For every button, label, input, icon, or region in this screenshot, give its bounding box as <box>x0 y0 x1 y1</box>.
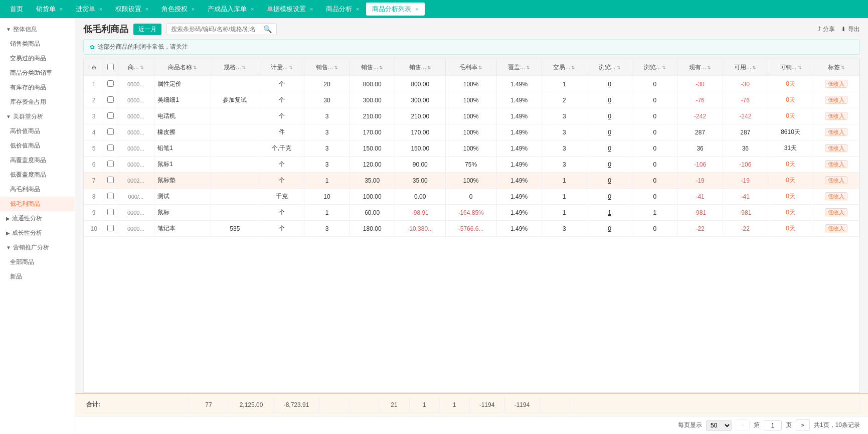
sidebar-item-all-goods[interactable]: 全部商品 <box>0 255 75 269</box>
prev-page-button[interactable]: ＜ <box>736 419 750 431</box>
row-select-0[interactable] <box>107 80 114 87</box>
nav-home[interactable]: 首页 <box>4 3 29 16</box>
col-sales-amount[interactable]: 销售...⇅ <box>395 59 445 76</box>
col-available[interactable]: 可用...⇅ <box>723 59 768 76</box>
col-settings[interactable]: ⚙ <box>84 59 104 76</box>
row-view1-1[interactable]: 0 <box>587 92 632 108</box>
col-coverage[interactable]: 覆盖...⇅ <box>496 59 542 76</box>
sidebar-group-flow[interactable]: ▶ 流通性分析 <box>0 211 75 226</box>
row-checkbox-1[interactable] <box>104 92 117 108</box>
row-select-5[interactable] <box>107 161 114 167</box>
col-trade[interactable]: 交易...⇅ <box>542 59 587 76</box>
row-select-6[interactable] <box>107 177 114 183</box>
col-checkbox-all[interactable] <box>104 59 117 76</box>
nav-products-close[interactable]: × <box>251 6 254 12</box>
row-current-stock-7: -41 <box>677 189 723 205</box>
nav-analysis-list-close[interactable]: × <box>415 6 418 12</box>
sidebar-item-traded-goods[interactable]: 交易过的商品 <box>0 51 75 66</box>
sidebar-item-sales-goods[interactable]: 销售类商品 <box>0 37 75 51</box>
col-gross-margin[interactable]: 毛利率⇅ <box>445 59 496 76</box>
row-view1-8[interactable]: 1 <box>587 205 632 221</box>
nav-permissions[interactable]: 权限设置 × <box>109 3 154 16</box>
nav-sales-close[interactable]: × <box>60 6 63 12</box>
row-checkbox-4[interactable] <box>104 140 117 157</box>
sidebar-item-new-goods[interactable]: 新品 <box>0 269 75 284</box>
page-number-input[interactable] <box>764 420 782 430</box>
nav-analysis-close[interactable]: × <box>356 6 359 12</box>
row-select-7[interactable] <box>107 193 114 199</box>
col-current-stock[interactable]: 现有...⇅ <box>677 59 723 76</box>
col-sellable[interactable]: 可销...⇅ <box>768 59 813 76</box>
row-gross-margin-9: -5766.6... <box>445 221 496 237</box>
row-select-2[interactable] <box>107 112 114 119</box>
col-view1[interactable]: 浏览...⇅ <box>587 59 632 76</box>
sidebar-item-category-rate[interactable]: 商品分类助销率 <box>0 66 75 80</box>
nav-analysis[interactable]: 商品分析 × <box>320 3 365 16</box>
nav-templates-close[interactable]: × <box>310 6 313 12</box>
nav-purchase-close[interactable]: × <box>99 6 102 12</box>
sidebar-item-in-stock[interactable]: 有库存的商品 <box>0 80 75 95</box>
row-unit-0: 个 <box>259 76 304 92</box>
sidebar-group-marketing[interactable]: ▼ 营销推广分析 <box>0 240 75 255</box>
search-icon[interactable]: 🔍 <box>263 25 272 33</box>
row-view1-5[interactable]: 0 <box>587 157 632 173</box>
nav-products[interactable]: 产成品入库单 × <box>202 3 260 16</box>
search-input[interactable] <box>171 26 261 33</box>
row-checkbox-5[interactable] <box>104 157 117 173</box>
row-view1-3[interactable]: 0 <box>587 124 632 140</box>
row-checkbox-0[interactable] <box>104 76 117 92</box>
row-current-stock-6: -19 <box>677 173 723 189</box>
nav-permissions-close[interactable]: × <box>145 6 148 12</box>
sidebar-item-stock-capital[interactable]: 库存资金占用 <box>0 95 75 109</box>
col-name[interactable]: 商品名称⇅ <box>154 59 211 76</box>
next-page-button[interactable]: ＞ <box>796 419 810 431</box>
nav-roles[interactable]: 角色授权 × <box>155 3 201 16</box>
row-select-1[interactable] <box>107 96 114 103</box>
nav-analysis-list[interactable]: 商品分析列表 × <box>366 3 424 16</box>
col-view2[interactable]: 浏览...⇅ <box>632 59 677 76</box>
nav-sales[interactable]: 销货单 × <box>30 3 69 16</box>
row-checkbox-7[interactable] <box>104 189 117 205</box>
sidebar-item-high-coverage[interactable]: 高覆盖度商品 <box>0 153 75 168</box>
date-filter-button[interactable]: 近一月 <box>133 24 161 35</box>
share-button[interactable]: ⤴ 分享 <box>818 25 835 34</box>
col-sales-qty[interactable]: 销售...⇅ <box>304 59 350 76</box>
col-tag[interactable]: 标签⇅ <box>813 59 859 76</box>
col-unit[interactable]: 计量...⇅ <box>259 59 304 76</box>
row-available-5: -106 <box>723 157 768 173</box>
row-checkbox-8[interactable] <box>104 205 117 221</box>
row-select-9[interactable] <box>107 225 114 231</box>
col-sales-price[interactable]: 销售...⇅ <box>350 59 395 76</box>
total-view1: 1 <box>409 397 439 413</box>
sidebar-item-high-value[interactable]: 高价值商品 <box>0 124 75 138</box>
row-select-4[interactable] <box>107 144 114 151</box>
row-view1-2[interactable]: 0 <box>587 108 632 124</box>
sidebar-item-low-margin[interactable]: 低毛利商品 <box>0 197 75 211</box>
page-size-select[interactable]: 20 50 100 200 <box>706 420 732 431</box>
sidebar-item-high-margin[interactable]: 高毛利商品 <box>0 182 75 197</box>
sidebar-group-growth[interactable]: ▶ 成长性分析 <box>0 226 75 240</box>
row-view1-7[interactable]: 0 <box>587 189 632 205</box>
col-code[interactable]: 商...⇅ <box>117 59 154 76</box>
row-checkbox-2[interactable] <box>104 108 117 124</box>
row-checkbox-9[interactable] <box>104 221 117 237</box>
sidebar-item-low-coverage[interactable]: 低覆盖度商品 <box>0 168 75 182</box>
row-view1-6[interactable]: 0 <box>587 173 632 189</box>
nav-templates[interactable]: 单据模板设置 × <box>261 3 319 16</box>
row-view1-4[interactable]: 0 <box>587 140 632 157</box>
row-view1-0[interactable]: 0 <box>587 76 632 92</box>
sidebar-item-low-value[interactable]: 低价值商品 <box>0 138 75 153</box>
sidebar-group-beauty[interactable]: ▼ 美群堂分析 <box>0 109 75 124</box>
export-button[interactable]: ⬇ 导出 <box>841 25 860 34</box>
row-checkbox-3[interactable] <box>104 124 117 140</box>
nav-purchase[interactable]: 进货单 × <box>70 3 108 16</box>
select-all-checkbox[interactable] <box>107 64 114 70</box>
row-view1-9[interactable]: 0 <box>587 221 632 237</box>
total-records-label: 共1页，10条记录 <box>814 421 860 429</box>
row-select-8[interactable] <box>107 209 114 215</box>
row-select-3[interactable] <box>107 128 114 135</box>
col-spec[interactable]: 规格...⇅ <box>211 59 259 76</box>
sidebar-group-overall[interactable]: ▼ 整体信息 <box>0 22 75 37</box>
nav-roles-close[interactable]: × <box>192 6 195 12</box>
row-checkbox-6[interactable] <box>104 173 117 189</box>
